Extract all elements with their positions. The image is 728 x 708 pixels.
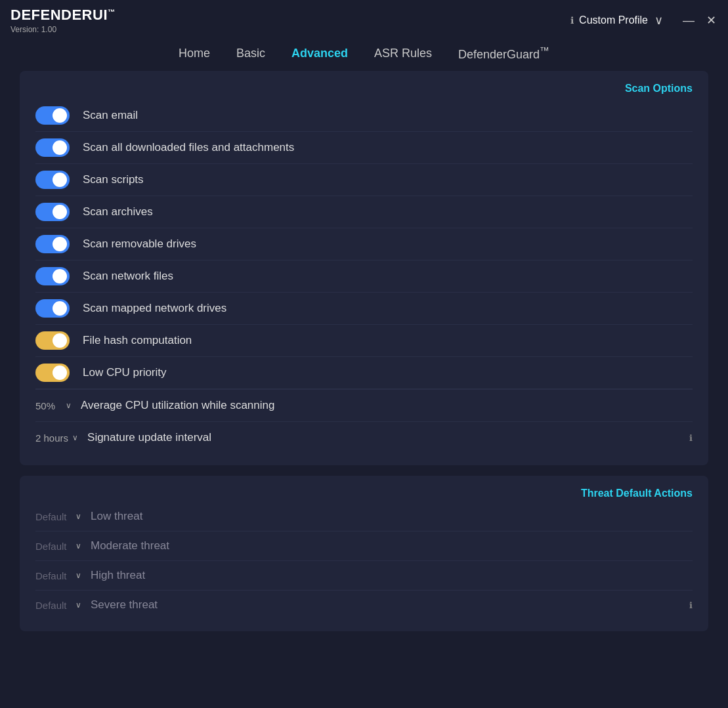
moderate-threat-label: Moderate threat <box>91 539 693 552</box>
severe-threat-dropdown[interactable]: Default ∨ <box>35 600 81 611</box>
low-threat-dropdown[interactable]: Default ∨ <box>35 511 81 522</box>
nav-defenderguard[interactable]: DefenderGuard™ <box>458 45 549 62</box>
signature-update-value: 2 hours <box>35 432 68 444</box>
toggle-row-low-cpu: Low CPU priority <box>35 357 693 389</box>
label-scan-email: Scan email <box>83 109 138 122</box>
toggle-row-file-hash: File hash computation <box>35 325 693 357</box>
profile-name: Custom Profile <box>579 14 648 26</box>
signature-update-chevron: ∨ <box>72 433 78 442</box>
threat-row-moderate: Default ∨ Moderate threat <box>35 531 693 561</box>
threat-row-low: Default ∨ Low threat <box>35 502 693 531</box>
toggle-row-scan-network: Scan network files <box>35 260 693 293</box>
nav-home[interactable]: Home <box>179 47 210 60</box>
minimize-button[interactable]: — <box>681 14 696 26</box>
cpu-utilization-chevron: ∨ <box>66 401 72 410</box>
main-content: Scan Options Scan email Scan all downloa… <box>0 71 728 631</box>
app-title: DEFENDERUI™ Version: 1.00 <box>11 7 116 34</box>
title-bar: DEFENDERUI™ Version: 1.00 ℹ Custom Profi… <box>0 0 728 38</box>
signature-update-row: 2 hours ∨ Signature update interval ℹ <box>35 421 693 453</box>
toggle-scan-email[interactable] <box>35 106 70 125</box>
severe-threat-value: Default <box>35 600 72 611</box>
severe-threat-label: Severe threat <box>91 598 680 612</box>
scan-options-header: Scan Options <box>35 83 693 94</box>
cpu-utilization-row: 50% ∨ Average CPU utilization while scan… <box>35 389 693 421</box>
close-button[interactable]: ✕ <box>705 14 717 26</box>
high-threat-label: High threat <box>91 569 693 582</box>
threat-actions-panel: Threat Default Actions Default ∨ Low thr… <box>20 476 708 631</box>
moderate-threat-value: Default <box>35 541 72 552</box>
toggle-low-cpu[interactable] <box>35 364 70 382</box>
low-threat-chevron: ∨ <box>75 512 81 521</box>
profile-info: ℹ Custom Profile ∨ <box>570 14 664 26</box>
severe-threat-info-icon[interactable]: ℹ <box>689 600 693 610</box>
toggle-scan-downloads[interactable] <box>35 138 70 157</box>
window-controls: — ✕ <box>681 14 717 26</box>
label-scan-scripts: Scan scripts <box>83 173 144 186</box>
toggle-scan-archives[interactable] <box>35 203 70 221</box>
info-icon[interactable]: ℹ <box>570 15 574 26</box>
threat-actions-header: Threat Default Actions <box>35 488 693 499</box>
toggle-row-scan-downloads: Scan all downloaded files and attachment… <box>35 132 693 164</box>
signature-update-dropdown[interactable]: 2 hours ∨ <box>35 432 78 444</box>
app-name: DEFENDERUI™ <box>11 7 116 24</box>
nav-bar: Home Basic Advanced ASR Rules DefenderGu… <box>0 38 728 71</box>
severe-threat-chevron: ∨ <box>75 600 81 610</box>
label-scan-network: Scan network files <box>83 270 173 283</box>
toggle-scan-scripts[interactable] <box>35 171 70 189</box>
threat-row-severe: Default ∨ Severe threat ℹ <box>35 591 693 619</box>
low-threat-value: Default <box>35 511 72 522</box>
moderate-threat-dropdown[interactable]: Default ∨ <box>35 541 81 552</box>
cpu-utilization-dropdown[interactable]: 50% ∨ <box>35 400 72 411</box>
toggle-row-scan-archives: Scan archives <box>35 196 693 228</box>
toggle-row-scan-removable: Scan removable drives <box>35 228 693 260</box>
nav-asr-rules[interactable]: ASR Rules <box>374 47 432 60</box>
nav-advanced[interactable]: Advanced <box>291 47 348 60</box>
threat-actions-title: Threat Default Actions <box>581 488 693 499</box>
cpu-utilization-value: 50% <box>35 400 62 411</box>
nav-basic[interactable]: Basic <box>236 47 265 60</box>
high-threat-dropdown[interactable]: Default ∨ <box>35 570 81 581</box>
toggle-file-hash[interactable] <box>35 331 70 350</box>
scan-options-title: Scan Options <box>625 83 693 94</box>
label-scan-removable: Scan removable drives <box>83 238 196 251</box>
profile-dropdown-chevron[interactable]: ∨ <box>653 14 664 26</box>
label-scan-downloads: Scan all downloaded files and attachment… <box>83 141 294 154</box>
title-bar-right: ℹ Custom Profile ∨ — ✕ <box>570 14 717 26</box>
signature-update-label: Signature update interval <box>87 431 680 444</box>
toggle-row-scan-email: Scan email <box>35 100 693 132</box>
label-low-cpu: Low CPU priority <box>83 366 167 379</box>
toggle-scan-network[interactable] <box>35 267 70 285</box>
toggle-scan-mapped[interactable] <box>35 299 70 318</box>
cpu-utilization-label: Average CPU utilization while scanning <box>81 399 693 412</box>
toggle-scan-removable[interactable] <box>35 235 70 253</box>
scan-options-panel: Scan Options Scan email Scan all downloa… <box>20 71 708 465</box>
app-version: Version: 1.00 <box>11 25 116 34</box>
label-scan-mapped: Scan mapped network drives <box>83 302 226 315</box>
label-file-hash: File hash computation <box>83 334 192 347</box>
high-threat-chevron: ∨ <box>75 571 81 580</box>
high-threat-value: Default <box>35 570 72 581</box>
low-threat-label: Low threat <box>91 510 693 523</box>
toggle-row-scan-mapped: Scan mapped network drives <box>35 293 693 325</box>
toggle-row-scan-scripts: Scan scripts <box>35 164 693 196</box>
threat-row-high: Default ∨ High threat <box>35 561 693 591</box>
moderate-threat-chevron: ∨ <box>75 541 81 551</box>
label-scan-archives: Scan archives <box>83 205 153 219</box>
signature-update-info-icon[interactable]: ℹ <box>689 433 693 443</box>
